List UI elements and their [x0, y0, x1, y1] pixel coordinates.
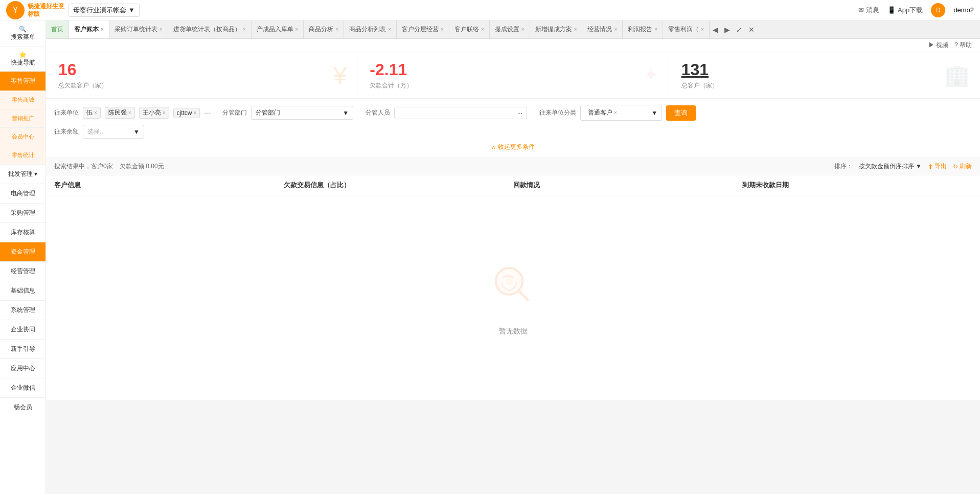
stat-overdue-amount: ✦ -2.11 欠款合计（万） [357, 52, 669, 98]
close-tab-product-analysis-list[interactable]: × [388, 27, 391, 32]
dept-selector[interactable]: 分管部门 ▼ [251, 106, 353, 120]
sidebar-item-retail-mgmt[interactable]: 零售管理 [0, 72, 45, 91]
close-tab-produce-inbound[interactable]: × [295, 27, 299, 32]
close-tab-profit-report[interactable]: × [654, 27, 657, 32]
sort-label: 排序： [834, 162, 853, 171]
filter-tag-wang[interactable]: 王小亮 × [139, 107, 169, 119]
filter-tag-chen[interactable]: 陈民强 × [105, 107, 135, 119]
sidebar-item-vip-member[interactable]: 畅会员 [0, 398, 45, 417]
help-link[interactable]: ? 帮助 [954, 41, 972, 50]
filter-area: 往来单位 伍 × 陈民强 × 王小亮 × [46, 99, 980, 158]
sidebar-item-retail-stats[interactable]: 零售统计 [0, 146, 45, 165]
sidebar-item-batch-mgmt[interactable]: 批发管理 ▾ [0, 165, 45, 184]
tab-new-promotion[interactable]: 新增提成方案 × [530, 20, 583, 38]
tab-close-all[interactable]: ✕ [745, 20, 758, 38]
remove-tag-chen[interactable]: × [128, 110, 131, 116]
page-helpers: ▶ 视频 ? 帮助 [46, 39, 980, 52]
sidebar-item-member-center[interactable]: 会员中心 [0, 128, 45, 146]
total-customers-value: 131 [681, 60, 968, 79]
sidebar-item-operations[interactable]: 经营管理 [0, 262, 45, 281]
sidebar-item-enterprise-collab[interactable]: 企业协同 [0, 320, 45, 340]
filter-row-2: 往来余额 选择... ▼ [54, 125, 972, 139]
tab-business-situation[interactable]: 经营情况 × [582, 20, 623, 38]
sidebar-item-system-mgmt[interactable]: 系统管理 [0, 301, 45, 320]
sidebar-item-finance[interactable]: 资金管理 [0, 242, 45, 262]
empty-icon [488, 260, 539, 321]
balance-dropdown-icon: ▼ [133, 128, 140, 136]
filter-tag-cjttcw[interactable]: cjttcw × [173, 108, 200, 118]
video-link[interactable]: ▶ 视频 [928, 41, 948, 50]
tab-profit-report[interactable]: 利润报告 × [623, 20, 663, 38]
collapse-icon: ∧ [491, 144, 496, 151]
dept-dropdown-icon: ▼ [343, 109, 349, 117]
remove-tag-cjttcw[interactable]: × [194, 110, 197, 116]
tab-customer-segment[interactable]: 客户分层经营 × [397, 20, 449, 38]
user-name[interactable]: demo2 [953, 6, 974, 14]
top-bar: ¥ 畅捷通好生意 标版 母婴行业演示帐套 ▼ ✉ 消息 📱 App下载 D de… [0, 0, 980, 20]
stats-row: ¥ 16 总欠款客户（家） ✦ -2.11 欠款合计（万） 🏢 131 总客户（… [46, 52, 980, 99]
tab-promotion-settings[interactable]: 提成设置 × [490, 20, 530, 38]
tab-product-analysis[interactable]: 商品分析 × [304, 20, 344, 38]
tab-scroll-right[interactable]: ▶ [721, 20, 733, 38]
tab-produce-inbound[interactable]: 产成品入库单 × [252, 20, 304, 38]
sidebar-item-ecommerce[interactable]: 电商管理 [0, 184, 45, 204]
filter-more-tags[interactable]: ··· [204, 109, 210, 117]
results-summary: 搜索结果中，客户0家 欠款金额 0.00元 [54, 162, 164, 171]
person-selector[interactable]: ··· [394, 107, 527, 119]
tab-customer-contact[interactable]: 客户联络 × [449, 20, 490, 38]
remove-tag-normal[interactable]: × [614, 110, 617, 116]
export-button[interactable]: ⬆ 导出 [928, 162, 947, 171]
tab-inbound-stats[interactable]: 进货单统计表（按商品） × [168, 20, 252, 38]
table-header: 客户信息 欠款交易信息（占比） 回款情况 到期未收款日期 [46, 175, 980, 195]
sort-selector[interactable]: 按欠款金额倒序排序 ▼ [859, 162, 922, 171]
close-tab-inbound-stats[interactable]: × [243, 27, 246, 32]
close-tab-retail-profit[interactable]: × [701, 27, 704, 32]
sidebar-item-new-guide[interactable]: 新手引导 [0, 340, 45, 359]
messages-button[interactable]: ✉ 消息 [858, 6, 879, 15]
sidebar-item-marketing[interactable]: 营销推广 [0, 109, 45, 128]
overdue-customers-icon: ¥ [333, 61, 347, 89]
main-layout: 🔍 搜索菜单 ⭐ 快捷导航 零售管理 零售商城 营销推广 会员中心 零售统计 批… [0, 20, 980, 494]
remove-tag-wang[interactable]: × [163, 110, 166, 116]
remove-tag-wu[interactable]: × [94, 110, 97, 116]
unit-class-selector[interactable]: 普通客户 × ▼ [580, 105, 662, 121]
sidebar-item-basic-info[interactable]: 基础信息 [0, 281, 45, 301]
dropdown-icon: ▼ [128, 6, 135, 14]
close-tab-purchase-order[interactable]: × [159, 27, 163, 32]
sidebar-item-retail-mall[interactable]: 零售商城 [0, 91, 45, 109]
close-tab-promotion-settings[interactable]: × [521, 27, 525, 32]
sidebar-item-app-center[interactable]: 应用中心 [0, 359, 45, 378]
close-tab-new-promotion[interactable]: × [574, 27, 577, 32]
tab-product-analysis-list[interactable]: 商品分析列表 × [344, 20, 397, 38]
close-tab-customer-segment[interactable]: × [441, 27, 444, 32]
sidebar-item-enterprise-wechat[interactable]: 企业微信 [0, 378, 45, 398]
unit-label: 往来单位 [54, 108, 79, 117]
balance-selector[interactable]: 选择... ▼ [83, 125, 144, 139]
tab-maximize[interactable]: ⤢ [733, 20, 745, 38]
filter-row-1: 往来单位 伍 × 陈民强 × 王小亮 × [54, 105, 972, 121]
sidebar-item-inventory[interactable]: 库存核算 [0, 223, 45, 242]
app-download-button[interactable]: 📱 App下载 [887, 6, 923, 15]
col-debt-info: 欠款交易信息（占比） [284, 181, 513, 190]
sidebar-item-purchase-mgmt[interactable]: 采购管理 [0, 204, 45, 223]
tab-home[interactable]: 首页 [46, 20, 69, 38]
close-tab-business-situation[interactable]: × [614, 27, 617, 32]
account-selector[interactable]: 母婴行业演示帐套 ▼ [69, 4, 140, 17]
tab-retail-profit[interactable]: 零售利润（ × [663, 20, 710, 38]
sidebar-item-quick-nav[interactable]: ⭐ 快捷导航 [0, 47, 45, 72]
stat-overdue-customers: ¥ 16 总欠款客户（家） [46, 52, 357, 98]
close-tab-customer-book[interactable]: × [101, 27, 104, 32]
query-button[interactable]: 查询 [666, 105, 696, 121]
filter-tag-wu[interactable]: 伍 × [83, 107, 101, 119]
refresh-button[interactable]: ↻ 刷新 [953, 162, 972, 171]
close-tab-product-analysis[interactable]: × [335, 27, 338, 32]
sidebar-item-search-menu[interactable]: 🔍 搜索菜单 [0, 20, 45, 47]
filter-tag-normal-customer[interactable]: 普通客户 × [585, 107, 620, 118]
tab-purchase-order[interactable]: 采购订单统计表 × [109, 20, 168, 38]
close-tab-customer-contact[interactable]: × [481, 27, 484, 32]
user-avatar[interactable]: D [931, 3, 945, 17]
tab-customer-book[interactable]: 客户账本 × [69, 20, 109, 38]
overdue-customers-label: 总欠款客户（家） [58, 81, 345, 90]
tab-scroll-left[interactable]: ◀ [710, 20, 721, 38]
collapse-button[interactable]: ∧ 收起更多条件 [54, 143, 972, 151]
